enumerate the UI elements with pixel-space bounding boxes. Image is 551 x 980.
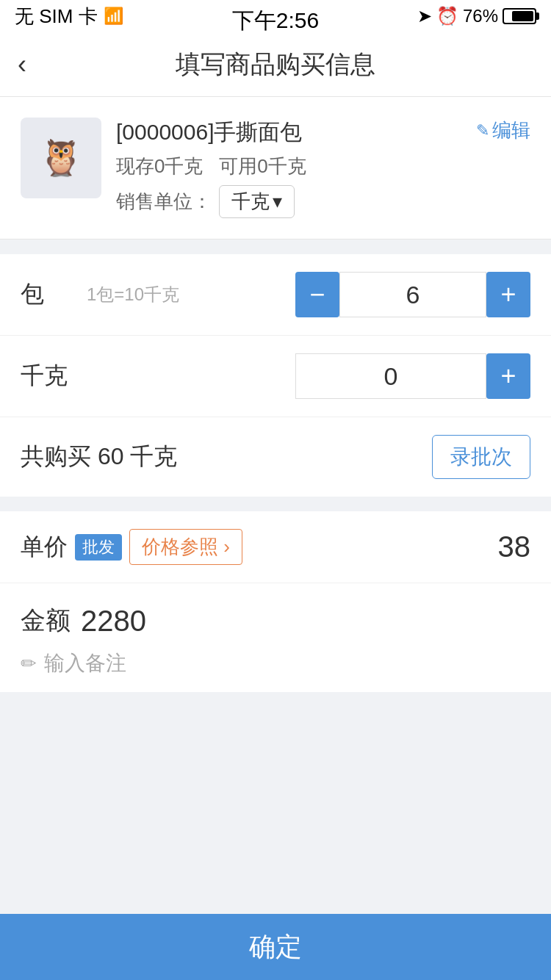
content: 🦉 [0000006]手撕面包 现存0千克 可用0千克 销售单位： 千克 ▾ (0, 97, 551, 765)
product-logo-icon: 🦉 (39, 137, 83, 179)
status-bar: 无 SIM 卡 📶 下午2:56 ➤ ⏰ 76% (0, 0, 551, 32)
edit-button[interactable]: ✎ 编辑 (476, 118, 530, 143)
available-value: 可用0千克 (219, 155, 306, 177)
bag-label: 包 (21, 278, 79, 311)
status-time: 下午2:56 (232, 6, 319, 36)
note-row[interactable]: ✏ 输入备注 (21, 649, 530, 677)
price-label-row: 单价 批发 价格参照 › (21, 529, 242, 565)
bag-section: 包 1包=10千克 − + 千克 + (0, 254, 551, 417)
confirm-button[interactable]: 确定 (0, 914, 551, 980)
status-left: 无 SIM 卡 📶 (15, 4, 123, 29)
note-placeholder: 输入备注 (44, 649, 126, 677)
total-text: 共购买 60 千克 (21, 441, 177, 473)
bag-decrement-button[interactable]: − (295, 272, 339, 317)
bag-quantity-input[interactable] (339, 272, 486, 317)
edit-label: 编辑 (492, 118, 530, 143)
kg-quantity-input[interactable] (295, 353, 486, 399)
page-title: 填写商品购买信息 (176, 48, 375, 82)
batch-button[interactable]: 录批次 (432, 435, 530, 479)
back-button[interactable]: ‹ (18, 49, 26, 80)
kg-controls: + (295, 353, 530, 399)
price-ref-button[interactable]: 价格参照 › (129, 529, 242, 565)
battery-bar (503, 8, 536, 24)
unit-value: 千克 (231, 189, 270, 215)
location-icon: ➤ (417, 6, 432, 26)
kg-input-row: 千克 + (0, 336, 551, 417)
separator-2 (0, 497, 551, 511)
kg-label: 千克 (21, 360, 79, 392)
bag-decrement-icon: − (309, 279, 325, 310)
bag-controls: − + (295, 272, 530, 317)
kg-increment-button[interactable]: + (486, 353, 530, 399)
total-row: 共购买 60 千克 录批次 (0, 417, 551, 497)
amount-label: 金额 (21, 604, 71, 638)
product-stock: 现存0千克 可用0千克 (116, 154, 530, 179)
price-section: 单价 批发 价格参照 › 38 (0, 511, 551, 583)
edit-icon: ✎ (476, 121, 489, 140)
status-right: ➤ ⏰ 76% (417, 6, 536, 26)
dropdown-icon: ▾ (273, 190, 282, 213)
amount-row: 金额 2280 (21, 604, 530, 638)
batch-tag: 批发 (75, 534, 122, 561)
product-unit-row: 销售单位： 千克 ▾ (116, 185, 530, 218)
bag-input-row: 包 1包=10千克 − + (0, 254, 551, 336)
pencil-icon: ✏ (21, 652, 37, 675)
product-card-wrapper: 🦉 [0000006]手撕面包 现存0千克 可用0千克 销售单位： 千克 ▾ (0, 97, 551, 239)
price-ref-label: 价格参照 › (142, 534, 230, 560)
wifi-icon: 📶 (104, 7, 123, 26)
confirm-label: 确定 (249, 929, 302, 965)
nav-bar: ‹ 填写商品购买信息 (0, 32, 551, 97)
product-info: [0000006]手撕面包 现存0千克 可用0千克 销售单位： 千克 ▾ (116, 118, 530, 218)
price-label: 单价 (21, 531, 68, 563)
kg-increment-icon: + (500, 361, 516, 392)
alarm-icon: ⏰ (436, 6, 458, 26)
product-name: [0000006]手撕面包 (116, 118, 530, 148)
stock-value: 现存0千克 (116, 155, 203, 177)
product-thumbnail: 🦉 (21, 118, 101, 198)
battery-fill (512, 11, 533, 21)
battery-percent: 76% (463, 6, 498, 26)
bag-increment-button[interactable]: + (486, 272, 530, 317)
product-card: 🦉 [0000006]手撕面包 现存0千克 可用0千克 销售单位： 千克 ▾ (0, 97, 551, 239)
separator-1 (0, 239, 551, 254)
unit-label: 销售单位： (116, 189, 212, 215)
price-value: 38 (498, 530, 531, 563)
carrier-text: 无 SIM 卡 (15, 4, 98, 29)
amount-value: 2280 (81, 605, 146, 638)
amount-section: 金额 2280 ✏ 输入备注 (0, 583, 551, 692)
back-icon: ‹ (18, 49, 26, 79)
bag-sublabel: 1包=10千克 (87, 283, 295, 306)
unit-select[interactable]: 千克 ▾ (219, 185, 295, 218)
bag-increment-icon: + (500, 279, 516, 310)
